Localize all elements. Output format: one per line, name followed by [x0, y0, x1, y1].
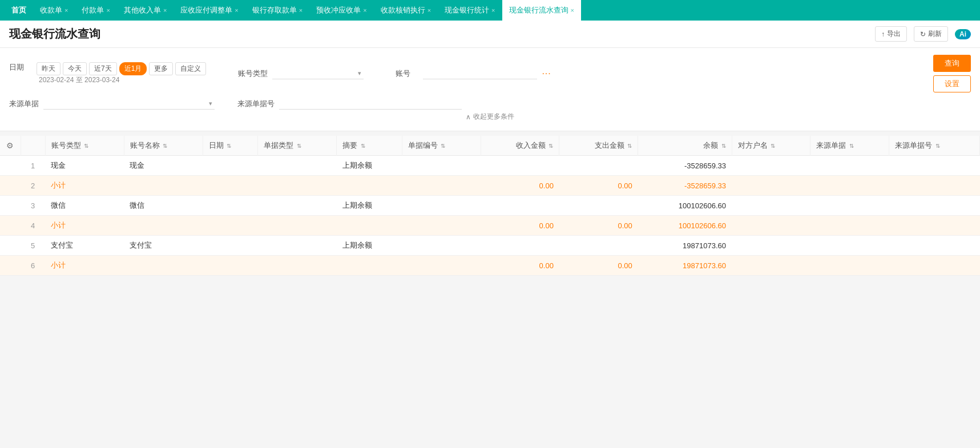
col-balance[interactable]: 余额 ⇅ [638, 136, 732, 156]
cell-settings [0, 176, 21, 196]
cell-counterpart [732, 176, 810, 196]
main-table: ⚙ 账号类型 ⇅ 账号名称 ⇅ 日期 ⇅ 单据类型 ⇅ [0, 136, 980, 276]
source-doc-no-label: 来源单据号 [237, 99, 275, 109]
source-doc-select[interactable] [43, 98, 215, 109]
filter-row-2: 来源单据 ▾ 来源单据号 [9, 98, 971, 110]
col-income[interactable]: 收入金额 ⇅ [481, 136, 559, 156]
sort-account-name: ⇅ [163, 143, 167, 149]
cell-income: 0.00 [481, 176, 559, 196]
cell-doc-no [402, 216, 481, 236]
nav-bank-deposit[interactable]: 银行存取款单 × [245, 0, 309, 21]
cell-counterpart [732, 156, 810, 176]
table-row[interactable]: 5 支付宝 支付宝 上期余额 19871073.60 [0, 236, 980, 256]
collapse-bar[interactable]: ∧ 收起更多条件 [9, 110, 971, 124]
sort-source-doc: ⇅ [849, 143, 854, 149]
cell-income [481, 196, 559, 216]
cell-income [481, 236, 559, 256]
cell-doc-type [258, 236, 337, 256]
cell-doc-no [402, 256, 481, 276]
cell-source-doc-no [889, 236, 980, 256]
col-counterpart[interactable]: 对方户名 ⇅ [732, 136, 810, 156]
table-row[interactable]: 2 小计 0.00 0.00 -3528659.33 [0, 176, 980, 196]
table-body: 1 现金 现金 上期余额 -3528659.33 2 小计 0.00 0.00 … [0, 156, 980, 276]
table-row[interactable]: 3 微信 微信 上期余额 100102606.60 [0, 196, 980, 216]
date-yesterday[interactable]: 昨天 [37, 62, 61, 75]
col-doc-no[interactable]: 单据编号 ⇅ [402, 136, 481, 156]
export-button[interactable]: ↑ 导出 [875, 26, 907, 42]
account-dots-button[interactable]: ··· [542, 68, 551, 79]
date-today[interactable]: 今天 [63, 62, 87, 75]
nav-home[interactable]: 首页 [5, 0, 33, 21]
nav-cash-stat[interactable]: 现金银行统计 × [438, 0, 502, 21]
cell-counterpart [732, 196, 810, 216]
cell-summary: 上期余额 [337, 156, 402, 176]
cell-income [481, 156, 559, 176]
nav-collection-close[interactable]: × [428, 0, 431, 21]
cell-balance: 19871073.60 [638, 236, 732, 256]
cell-settings [0, 216, 21, 236]
cell-account-type: 现金 [45, 156, 124, 176]
col-date[interactable]: 日期 ⇅ [203, 136, 258, 156]
date-more[interactable]: 更多 [149, 62, 173, 75]
col-settings[interactable]: ⚙ [0, 136, 21, 156]
nav-adjustment-close[interactable]: × [235, 0, 238, 21]
col-doc-type[interactable]: 单据类型 ⇅ [258, 136, 337, 156]
nav-bank-deposit-close[interactable]: × [299, 0, 303, 21]
account-type-select[interactable]: 现金 微信 支付宝 [272, 68, 364, 79]
col-summary[interactable]: 摘要 ⇅ [337, 136, 402, 156]
source-doc-select-wrapper: ▾ [43, 98, 215, 110]
table-row[interactable]: 4 小计 0.00 0.00 100102606.60 [0, 216, 980, 236]
export-icon: ↑ [881, 30, 885, 38]
col-source-doc-no[interactable]: 来源单据号 ⇅ [889, 136, 980, 156]
cell-counterpart [732, 216, 810, 236]
query-button[interactable]: 查询 [933, 55, 971, 72]
date-7days[interactable]: 近7天 [89, 62, 117, 75]
cell-source-doc-no [889, 256, 980, 276]
cell-source-doc-no [889, 216, 980, 236]
cell-account-type: 小计 [45, 216, 124, 236]
table-container: ⚙ 账号类型 ⇅ 账号名称 ⇅ 日期 ⇅ 单据类型 ⇅ [0, 136, 980, 276]
nav-cash-flow-close[interactable]: × [571, 0, 574, 21]
col-account-type[interactable]: 账号类型 ⇅ [45, 136, 124, 156]
nav-cash-flow[interactable]: 现金银行流水查询 × [502, 0, 581, 21]
cell-balance: -3528659.33 [638, 176, 732, 196]
table-gear-icon[interactable]: ⚙ [6, 141, 14, 150]
nav-receipt-close[interactable]: × [64, 0, 68, 21]
cell-date [203, 236, 258, 256]
cell-doc-type [258, 196, 337, 216]
nav-collection[interactable]: 收款核销执行 × [374, 0, 438, 21]
nav-prepay[interactable]: 预收冲应收单 × [309, 0, 373, 21]
table-row[interactable]: 6 小计 0.00 0.00 19871073.60 [0, 256, 980, 276]
nav-prepay-close[interactable]: × [363, 0, 366, 21]
nav-adjustment[interactable]: 应收应付调整单 × [174, 0, 245, 21]
nav-other-income-close[interactable]: × [163, 0, 167, 21]
source-doc-no-input[interactable] [279, 98, 462, 110]
sort-income: ⇅ [549, 143, 553, 149]
sort-doc-no: ⇅ [441, 143, 445, 149]
date-custom[interactable]: 自定义 [175, 62, 206, 75]
refresh-button[interactable]: ↻ 刷新 [914, 26, 948, 42]
nav-receipt[interactable]: 收款单 × [33, 0, 75, 21]
col-account-name[interactable]: 账号名称 ⇅ [124, 136, 203, 156]
cell-source-doc [810, 156, 889, 176]
table-row[interactable]: 1 现金 现金 上期余额 -3528659.33 [0, 156, 980, 176]
col-source-doc[interactable]: 来源单据 ⇅ [810, 136, 889, 156]
nav-cash-stat-close[interactable]: × [491, 0, 495, 21]
date-1month[interactable]: 近1月 [119, 62, 147, 75]
cell-source-doc [810, 256, 889, 276]
account-input[interactable] [423, 68, 537, 79]
cell-source-doc [810, 236, 889, 256]
nav-other-income[interactable]: 其他收入单 × [117, 0, 174, 21]
page-header: 现金银行流水查询 ↑ 导出 ↻ 刷新 Ai [0, 21, 980, 48]
collapse-up-icon: ∧ [466, 113, 471, 121]
sort-doc-type: ⇅ [297, 143, 301, 149]
date-filter-group: 日期 昨天 今天 近7天 近1月 更多 自定义 2023-02-24 至 202… [9, 62, 206, 85]
cell-account-type: 小计 [45, 176, 124, 196]
cell-settings [0, 156, 21, 176]
nav-payment[interactable]: 付款单 × [75, 0, 116, 21]
nav-payment-close[interactable]: × [106, 0, 110, 21]
cell-balance: 100102606.60 [638, 216, 732, 236]
cell-doc-type [258, 256, 337, 276]
settings-button[interactable]: 设置 [933, 75, 971, 92]
col-expense[interactable]: 支出金额 ⇅ [559, 136, 638, 156]
